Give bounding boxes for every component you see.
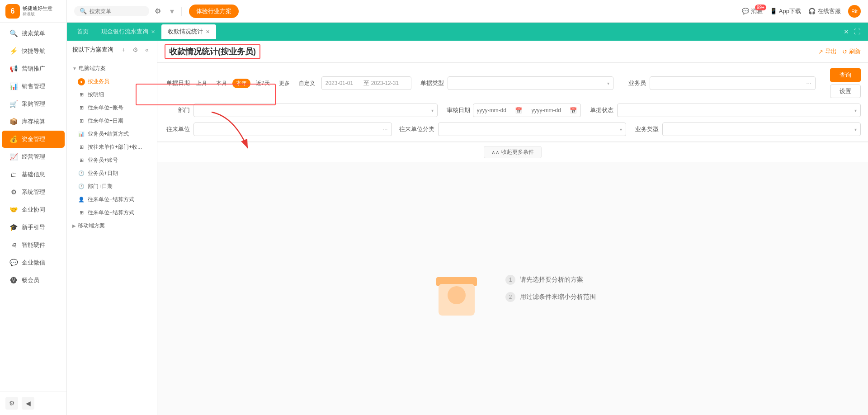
- hardware-icon: 🖨: [9, 241, 18, 249]
- collapse-more-btn[interactable]: ∧∧ 收起更多条件: [484, 146, 542, 158]
- sidebar-item-sales[interactable]: 📊 销售管理: [2, 78, 65, 95]
- counterpart-category-select[interactable]: ▾: [438, 123, 627, 136]
- topbar-dropdown-icon[interactable]: ▾: [170, 6, 174, 16]
- audit-end-calendar-icon[interactable]: 📅: [570, 107, 577, 114]
- sidebar-nav: 🔍 搜索菜单 ⚡ 快捷导航 📢 营销推广 📊 销售管理 🛒 采购管理 📦 库存核…: [0, 23, 66, 391]
- sidebar-item-inventory[interactable]: 📦 库存核算: [2, 113, 65, 130]
- doc-type-select[interactable]: ▾: [448, 76, 613, 90]
- online-service-action[interactable]: 🎧 在线客服: [808, 7, 841, 15]
- sidebar-item-basic[interactable]: 🗂 基础信息: [2, 166, 65, 183]
- scheme-item-salesperson-account[interactable]: ⊞ 业务员+账号: [67, 154, 157, 167]
- scheme-item-salesperson-icon: ●: [78, 78, 85, 85]
- sidebar-item-capital[interactable]: 💰 资金管理: [2, 131, 65, 148]
- refresh-icon: ↺: [842, 48, 847, 55]
- sidebar-item-member[interactable]: 🅥 畅会员: [2, 272, 65, 289]
- page-header-actions: ↗ 导出 ↺ 刷新: [818, 47, 861, 56]
- sidebar-item-quicknav[interactable]: ⚡ 快捷导航: [2, 42, 65, 60]
- tab-bank-close-icon[interactable]: ✕: [151, 29, 155, 35]
- export-icon: ↗: [818, 48, 823, 55]
- topbar-search-input[interactable]: [90, 8, 144, 14]
- biz-type-select[interactable]: ▾: [662, 123, 861, 136]
- scheme-item-dept-date[interactable]: 🕐 部门+日期: [67, 180, 157, 193]
- scheme-item-salesperson-settle-icon: 📊: [78, 131, 85, 138]
- scheme-group-mobile-header[interactable]: ▶ 移动端方案: [67, 219, 157, 232]
- scheme-collapse-btn[interactable]: «: [142, 45, 151, 54]
- collapse-row: ∧∧ 收起更多条件: [157, 142, 868, 162]
- scheme-item-dept-date-icon: 🕐: [78, 183, 85, 190]
- trial-btn[interactable]: 体验行业方案: [189, 5, 239, 18]
- date-pill-last7[interactable]: 近7天: [252, 79, 274, 88]
- refresh-btn[interactable]: ↺ 刷新: [842, 47, 861, 56]
- window-btns: ✕ ⛶: [843, 28, 864, 35]
- message-icon: 💬: [742, 8, 749, 14]
- online-service-icon: 🎧: [808, 8, 816, 14]
- scheme-add-btn[interactable]: +: [119, 45, 128, 54]
- query-actions: 查询 设置: [830, 68, 861, 98]
- doc-status-select[interactable]: ▾: [617, 104, 861, 117]
- sidebar-settings-btn[interactable]: ⚙: [5, 397, 18, 410]
- scheme-item-unit-settle1[interactable]: 👤 往来单位+结算方式: [67, 193, 157, 206]
- topbar-gear-icon[interactable]: ⚙: [155, 7, 161, 15]
- salesperson-select[interactable]: ···: [650, 76, 816, 90]
- win-close-btn[interactable]: ✕: [843, 28, 850, 35]
- setting-btn[interactable]: 设置: [830, 85, 861, 98]
- sidebar-collapse-btn[interactable]: ◀: [22, 397, 34, 410]
- query-btn[interactable]: 查询: [830, 68, 861, 82]
- refresh-label: 刷新: [849, 47, 861, 56]
- tab-collection-close-icon[interactable]: ✕: [206, 29, 210, 35]
- date-pill-custom[interactable]: 自定义: [295, 79, 319, 88]
- step-num-2: 2: [505, 292, 515, 302]
- scheme-item-salesperson-date[interactable]: 🕐 业务员+日期: [67, 167, 157, 180]
- date-pill-thismonth[interactable]: 本月: [212, 79, 231, 88]
- sidebar-item-hardware[interactable]: 🖨 智能硬件: [2, 236, 65, 254]
- counterpart-more-icon[interactable]: ···: [382, 126, 388, 133]
- date-pill-lastmonth[interactable]: 上月: [193, 79, 211, 88]
- scheme-item-salesperson[interactable]: ● 按业务员: [67, 75, 157, 88]
- sidebar-item-enterprise[interactable]: 🤝 企业协同: [2, 201, 65, 218]
- salesperson-more-icon[interactable]: ···: [806, 80, 811, 87]
- counterpart-category-arrow-icon: ▾: [620, 127, 622, 132]
- audit-end-input[interactable]: [532, 107, 568, 113]
- win-maximize-btn[interactable]: ⛶: [854, 28, 861, 35]
- date-pill-more[interactable]: 更多: [275, 79, 293, 88]
- scheme-item-unit-settle2[interactable]: ⊞ 往来单位+结算方式: [67, 206, 157, 219]
- date-start-input[interactable]: [326, 80, 362, 86]
- audit-start-calendar-icon[interactable]: 📅: [515, 107, 522, 114]
- scheme-header: 按以下方案查询 + ⚙ «: [67, 41, 157, 59]
- scheme-item-unit-dept-collect[interactable]: ⊞ 按往来单位+部门+收...: [67, 141, 157, 154]
- date-end-input[interactable]: [371, 80, 407, 86]
- scheme-group-desktop-header[interactable]: ▼ 电脑端方案: [67, 62, 157, 75]
- app-download-action[interactable]: 📱 App下载: [770, 7, 801, 15]
- topbar-search-box[interactable]: 🔍: [74, 6, 149, 16]
- date-range-input[interactable]: 至: [321, 76, 411, 90]
- audit-start-input[interactable]: [477, 107, 513, 113]
- scheme-item-unit-account[interactable]: ⊞ 往来单位+账号: [67, 101, 157, 114]
- user-avatar[interactable]: Rit: [848, 5, 861, 18]
- message-action[interactable]: 💬 消息 99+: [742, 7, 763, 15]
- date-pill-thisyear[interactable]: 本年: [232, 79, 250, 88]
- scheme-setting-btn[interactable]: ⚙: [131, 45, 140, 54]
- sidebar-item-search[interactable]: 🔍 搜索菜单: [2, 25, 65, 42]
- sidebar-item-marketing[interactable]: 📢 营销推广: [2, 60, 65, 77]
- tab-collection[interactable]: 收款情况统计 ✕: [161, 24, 216, 39]
- scheme-panel: 按以下方案查询 + ⚙ « ▼ 电脑端方案 ● 按业务员: [67, 41, 157, 415]
- scheme-item-mingxi[interactable]: ⊞ 按明细: [67, 88, 157, 101]
- biz-type-field: 业务类型 ▾: [633, 123, 861, 136]
- sidebar-item-guide[interactable]: 🎓 新手引导: [2, 219, 65, 236]
- scheme-item-unit-date[interactable]: ⊞ 往来单位+日期: [67, 114, 157, 127]
- sidebar-item-operation[interactable]: 📈 经营管理: [2, 148, 65, 165]
- counterpart-select[interactable]: ···: [193, 123, 392, 136]
- tab-bank[interactable]: 现金银行流水查询 ✕: [95, 24, 161, 39]
- online-service-label: 在线客服: [817, 7, 841, 15]
- export-btn[interactable]: ↗ 导出: [818, 47, 837, 56]
- sidebar-item-system[interactable]: ⚙ 系统管理: [2, 184, 65, 201]
- dept-select[interactable]: ▾: [193, 104, 438, 117]
- basic-icon: 🗂: [9, 171, 18, 179]
- purchase-icon: 🛒: [9, 100, 18, 108]
- page-content: 按以下方案查询 + ⚙ « ▼ 电脑端方案 ● 按业务员: [67, 41, 868, 415]
- tab-home[interactable]: 首页: [71, 24, 95, 39]
- scheme-item-salesperson-settle[interactable]: 📊 业务员+结算方式: [67, 127, 157, 141]
- sidebar-item-purchase[interactable]: 🛒 采购管理: [2, 95, 65, 113]
- sidebar-item-wechat[interactable]: 💬 企业微信: [2, 254, 65, 271]
- audit-date-range[interactable]: 📅 — 📅: [473, 104, 581, 117]
